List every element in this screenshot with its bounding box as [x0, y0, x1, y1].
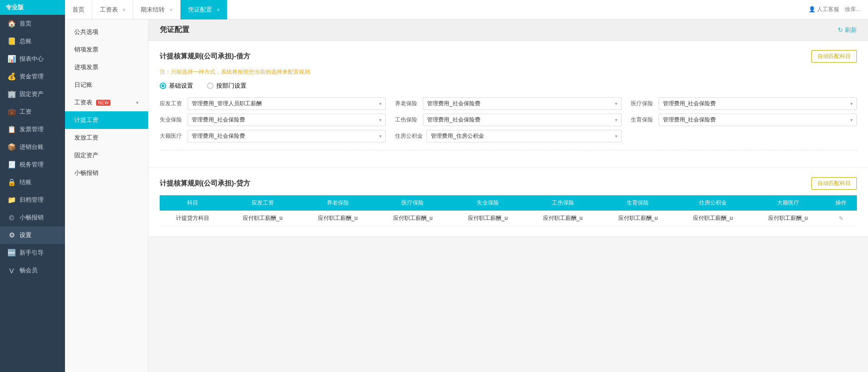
tab-period-close-label: 期末结转 — [141, 6, 165, 14]
label-yanglao: 养老保险 — [395, 100, 419, 108]
debit-field-yanglao: 养老保险 管理费用_社会保险费 ▾ — [395, 97, 621, 110]
th-yingfa: 应发工资 — [225, 195, 300, 211]
td-yanglao: 应付职工薪酬_u — [300, 211, 376, 226]
sidebar-label-member: 畅会员 — [19, 266, 38, 275]
sidebar-label-settings: 设置 — [19, 231, 32, 239]
select-yingfa[interactable]: 管理费用_管理人员职工薪酬 ▾ — [188, 97, 386, 110]
label-shiye: 失业保险 — [160, 116, 184, 124]
left-nav-sales-invoice-label: 销项发票 — [74, 45, 98, 54]
sidebar-item-tax[interactable]: 🧾 税务管理 — [0, 156, 65, 173]
radio-basic-label: 基础设置 — [169, 82, 193, 90]
sidebar-item-xreport[interactable]: © 小畅报销 — [0, 209, 65, 226]
tab-period-close[interactable]: 期末结转 × — [133, 0, 180, 19]
left-nav-salary-table[interactable]: 工资表 NEW ▾ — [65, 94, 148, 111]
sidebar-item-close[interactable]: 🔒 结账 — [0, 173, 65, 191]
select-yiliao-value: 管理费用_社会保险费 — [663, 100, 716, 108]
radio-group: 基础设置 按部门设置 — [160, 82, 857, 90]
sidebar-item-invoice[interactable]: 📋 发票管理 — [0, 121, 65, 138]
sidebar-item-funds[interactable]: 💰 资金管理 — [0, 68, 65, 85]
th-gongshang: 工伤保险 — [525, 195, 601, 211]
select-daeyiliao-value: 管理费用_社会保险费 — [192, 132, 245, 140]
debit-field-shengyu: 生育保险 管理费用_社会保险费 ▾ — [631, 114, 857, 126]
left-nav-salary-table-label: 工资表 — [74, 98, 92, 107]
left-nav-fixed-assets[interactable]: 固定资产 — [65, 147, 148, 164]
chevron-yingfa-icon: ▾ — [379, 101, 382, 106]
left-nav-calc-salary-label: 计提工资 — [74, 116, 98, 124]
select-gongshang[interactable]: 管理费用_社会保险费 ▾ — [423, 114, 621, 126]
label-gjj: 住房公积金 — [395, 132, 423, 140]
content-area: 公共选项 销项发票 进项发票 日记账 工资表 NEW ▾ 计提工资 发放工资 — [65, 19, 868, 372]
sidebar-label-assets: 固定资产 — [19, 90, 44, 98]
edit-icon[interactable]: ✎ — [839, 215, 843, 222]
debit-field-gongshang: 工伤保险 管理费用_社会保险费 ▾ — [395, 114, 621, 126]
xreport-icon: © — [7, 214, 16, 222]
close-period-icon: 🔒 — [7, 178, 16, 186]
member-icon: V — [7, 267, 16, 275]
sidebar-item-assets[interactable]: 🏢 固定资产 — [0, 85, 65, 103]
sidebar-item-salary[interactable]: 💼 工资 — [0, 103, 65, 121]
left-nav-purchase-invoice[interactable]: 进项发票 — [65, 58, 148, 76]
sidebar-item-reports[interactable]: 📊 报表中心 — [0, 50, 65, 68]
page-header: 凭证配置 ↻ 刷新 — [149, 19, 868, 41]
sidebar-label-xreport: 小畅报销 — [19, 213, 44, 222]
left-nav-journal[interactable]: 日记账 — [65, 76, 148, 94]
sidebar-item-member[interactable]: V 畅会员 — [0, 262, 65, 279]
purchase-icon: 📦 — [7, 143, 16, 151]
sidebar-item-home[interactable]: 🏠 首页 — [0, 15, 65, 32]
select-shengyu[interactable]: 管理费用_社会保险费 ▾ — [659, 114, 857, 126]
left-nav-purchase-invoice-label: 进项发票 — [74, 63, 98, 71]
credit-table: 科目 应发工资 养老保险 医疗保险 失业保险 工伤保险 生育保险 住房公积金 大… — [160, 195, 857, 226]
select-shiye-value: 管理费用_社会保险费 — [192, 116, 245, 124]
sidebar-item-ledger[interactable]: 📒 总账 — [0, 32, 65, 50]
sidebar-item-guide[interactable]: 🆕 新手引导 — [0, 244, 65, 262]
select-gjj[interactable]: 管理费用_住房公积金 ▾ — [427, 130, 621, 142]
left-nav-public-label: 公共选项 — [74, 28, 98, 36]
radio-dept-label: 按部门设置 — [216, 82, 246, 90]
sidebar: 专业版 🏠 首页 📒 总账 📊 报表中心 💰 资金管理 🏢 固定资产 💼 工资 … — [0, 0, 65, 372]
select-yanglao-value: 管理费用_社会保险费 — [427, 100, 480, 108]
th-action: 操作 — [825, 195, 857, 211]
refresh-button[interactable]: ↻ 刷新 — [838, 26, 857, 34]
th-daeyiliao: 大额医疗 — [751, 195, 826, 211]
debit-form-row-3: 大额医疗 管理费用_社会保险费 ▾ 住房公积金 管理费用_住房公积金 ▾ — [160, 130, 857, 142]
main-area: 首页 工资表 × 期末结转 × 凭证配置 × 👤 人工客服 徐库... 公共选项… — [65, 0, 868, 372]
left-nav: 公共选项 销项发票 进项发票 日记账 工资表 NEW ▾ 计提工资 发放工资 — [65, 19, 149, 372]
left-nav-xiaochang[interactable]: 小畅报销 — [65, 164, 148, 182]
select-yiliao[interactable]: 管理费用_社会保险费 ▾ — [659, 97, 857, 110]
sidebar-item-purchase[interactable]: 📦 进销台账 — [0, 138, 65, 156]
debit-form-row-1: 应发工资 管理费用_管理人员职工薪酬 ▾ 养老保险 管理费用_社会保险费 ▾ — [160, 97, 857, 110]
reports-icon: 📊 — [7, 55, 16, 63]
debit-field-gjj: 住房公积金 管理费用_住房公积金 ▾ — [395, 130, 621, 142]
debit-field-yiliao: 医疗保险 管理费用_社会保险费 ▾ — [631, 97, 857, 110]
select-shiye[interactable]: 管理费用_社会保险费 ▾ — [188, 114, 386, 126]
guide-icon: 🆕 — [7, 249, 16, 257]
select-daeyiliao[interactable]: 管理费用_社会保险费 ▾ — [188, 130, 386, 142]
chevron-gongshang-icon: ▾ — [615, 117, 617, 122]
tab-salary-table[interactable]: 工资表 × — [92, 0, 133, 19]
debit-auto-match-button[interactable]: 自动匹配科目 — [811, 50, 857, 63]
select-gjj-value: 管理费用_住房公积金 — [431, 132, 484, 140]
sidebar-label-close: 结账 — [19, 178, 32, 186]
tab-period-close-close[interactable]: × — [169, 7, 172, 13]
tab-voucher-config[interactable]: 凭证配置 × — [181, 0, 227, 19]
credit-auto-match-button[interactable]: 自动匹配科目 — [811, 177, 857, 190]
debit-section-title: 计提核算规则(公司承担)-借方 — [160, 52, 250, 61]
left-nav-public[interactable]: 公共选项 — [65, 23, 148, 41]
td-subject: 计提贷方科目 — [160, 211, 225, 226]
td-action[interactable]: ✎ — [825, 211, 857, 226]
radio-basic[interactable]: 基础设置 — [160, 82, 193, 90]
archive-icon: 📁 — [7, 196, 16, 204]
radio-dept[interactable]: 按部门设置 — [207, 82, 246, 90]
left-nav-pay-salary[interactable]: 发放工资 — [65, 129, 148, 147]
chevron-yanglao-icon: ▾ — [615, 101, 617, 106]
left-nav-sales-invoice[interactable]: 销项发票 — [65, 41, 148, 58]
left-nav-fixed-assets-label: 固定资产 — [74, 151, 98, 160]
tab-voucher-config-close[interactable]: × — [217, 7, 220, 13]
select-yanglao[interactable]: 管理费用_社会保险费 ▾ — [423, 97, 621, 110]
tab-home[interactable]: 首页 — [65, 0, 92, 19]
left-nav-calc-salary[interactable]: 计提工资 — [65, 111, 148, 129]
sidebar-item-archive[interactable]: 📁 归档管理 — [0, 191, 65, 209]
tab-salary-table-close[interactable]: × — [123, 7, 125, 13]
sidebar-item-settings[interactable]: ⚙ 设置 — [0, 226, 65, 244]
th-subject: 科目 — [160, 195, 225, 211]
